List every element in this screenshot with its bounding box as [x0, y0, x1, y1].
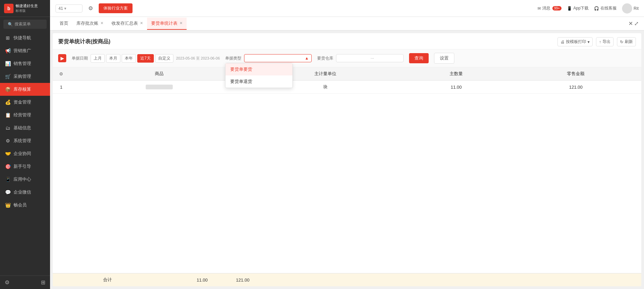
refresh-icon: ↻ [620, 40, 623, 44]
guide-icon: 🎯 [5, 163, 11, 170]
footer-total-label: 合计 [74, 277, 141, 283]
store-selector[interactable]: 41 ▾ [55, 4, 82, 13]
promo-button[interactable]: 体验行业方案 [99, 3, 133, 13]
user-profile[interactable]: Rit [622, 3, 639, 14]
order-type-dropdown-popup: 要货单要货 要货单退货 [225, 63, 293, 88]
operations-icon: 📋 [5, 112, 11, 118]
app-download-label: App下载 [573, 5, 589, 11]
print-icon: 🖨 [560, 40, 565, 44]
store-number: 41 [58, 6, 63, 11]
sidebar-item-label: 基础信息 [14, 125, 31, 131]
curr-year-btn[interactable]: 本年 [122, 54, 136, 63]
sidebar-item-wechat[interactable]: 💬 企业微信 [0, 186, 50, 199]
sidebar-item-inventory[interactable]: 📦 库存核算 [0, 83, 50, 96]
tab-home[interactable]: 首页 [55, 18, 72, 30]
warehouse-selector[interactable]: ··· [336, 54, 404, 62]
tab-order-summary-close[interactable]: ✕ [180, 21, 183, 25]
sidebar-item-label: 系统管理 [14, 138, 31, 144]
sidebar-item-guide[interactable]: 🎯 新手引导 [0, 160, 50, 173]
tab-batch-account-label: 库存批次账 [76, 20, 98, 26]
user-avatar [622, 3, 632, 14]
tab-receipt-summary[interactable]: 收发存汇总表 ✕ [108, 18, 147, 30]
sidebar-item-quick-nav[interactable]: ⊞ 快捷导航 [0, 31, 50, 44]
dropdown-chevron-icon: ▲ [305, 56, 309, 61]
sidebar-item-finance[interactable]: 💰 资金管理 [0, 96, 50, 109]
date-buttons: 上月 本月 本年 近7天 自定义 [91, 54, 173, 63]
marketing-icon: 📢 [5, 48, 11, 54]
week-btn-label: 近7天 [140, 56, 151, 61]
sidebar-item-system[interactable]: ⚙ 系统管理 [0, 134, 50, 147]
top-header: 41 ▾ ⚙ 体验行业方案 ✉ 消息 99+ 📱 App下载 🎧 在线客服 R [50, 0, 644, 17]
tabs-bar: 首页 库存批次账 ✕ 收发存汇总表 ✕ 要货单统计表 ✕ ✕ ⤢ [50, 17, 644, 30]
online-service-item[interactable]: 🎧 在线客服 [594, 5, 617, 11]
collapse-icon[interactable]: ⊞ [41, 279, 45, 286]
sidebar-nav: ⊞ 快捷导航 📢 营销推广 📊 销售管理 🛒 采购管理 📦 库存核算 💰 资金管… [0, 31, 50, 275]
tab-order-summary[interactable]: 要货单统计表 ✕ [147, 18, 187, 30]
order-type-selector[interactable]: ▲ [244, 54, 312, 62]
quick-nav-icon: ⊞ [5, 35, 11, 41]
tabs-expand-icon[interactable]: ⤢ [634, 20, 639, 27]
sidebar-item-label: 新手引导 [14, 163, 31, 170]
query-button[interactable]: 查询 [409, 53, 429, 63]
refresh-button[interactable]: ↻ 刷新 [617, 37, 636, 46]
tabs-close-all-icon[interactable]: ✕ [628, 20, 633, 27]
app-download-item[interactable]: 📱 App下载 [567, 5, 589, 11]
sidebar-footer: ⚙ ⊞ [0, 275, 50, 289]
curr-month-btn[interactable]: 本月 [106, 54, 120, 63]
sidebar-item-sales[interactable]: 📊 销售管理 [0, 57, 50, 70]
table-area: ⚙ 商品 主计量单位 主数量 零售金额 1 块 11.00 [53, 67, 641, 273]
logo-icon: b [4, 4, 14, 13]
tab-batch-account[interactable]: 库存批次账 ✕ [72, 18, 108, 30]
header-settings-icon[interactable]: ⚙ [86, 4, 95, 13]
main-area: 41 ▾ ⚙ 体验行业方案 ✉ 消息 99+ 📱 App下载 🎧 在线客服 R [50, 0, 644, 289]
sidebar-item-label: 资金管理 [14, 99, 31, 105]
table-header-row: ⚙ 商品 主计量单位 主数量 零售金额 [53, 67, 641, 81]
message-icon: ✉ [538, 6, 541, 11]
warehouse-filter-group: 要货仓库 ··· [317, 54, 404, 62]
custom-btn[interactable]: 自定义 [155, 54, 173, 63]
week-btn[interactable]: 近7天 [137, 54, 154, 63]
sidebar-item-purchase[interactable]: 🛒 采购管理 [0, 70, 50, 83]
sidebar-item-enterprise[interactable]: 🤝 企业协同 [0, 147, 50, 160]
print-label: 按模板打印 [566, 39, 586, 45]
footer-amount: 121.00 [222, 277, 263, 283]
order-type-input[interactable] [247, 56, 305, 61]
more-dots-icon: ··· [371, 56, 401, 61]
print-chevron-icon: ▾ [588, 40, 590, 44]
settings-button[interactable]: 设置 [434, 53, 454, 64]
page-header: 要货单统计表(按商品) 🖨 按模板打印 ▾ ↑ 导出 ↻ 刷新 [53, 33, 641, 49]
row-quantity: 11.00 [402, 81, 510, 94]
search-icon: 🔍 [8, 22, 13, 27]
sidebar-item-marketing[interactable]: 📢 营销推广 [0, 44, 50, 57]
export-button[interactable]: ↑ 导出 [596, 37, 614, 46]
sidebar-item-basic-info[interactable]: 🗂 基础信息 [0, 121, 50, 134]
tab-receipt-summary-close[interactable]: ✕ [140, 21, 143, 25]
page-actions: 🖨 按模板打印 ▾ ↑ 导出 ↻ 刷新 [557, 37, 636, 46]
order-type-label: 单据类型 [225, 55, 241, 61]
search-menu[interactable]: 🔍 搜索菜单 [3, 20, 47, 29]
filter-expand-button[interactable]: ▶ [58, 54, 66, 62]
print-button[interactable]: 🖨 按模板打印 ▾ [557, 37, 593, 46]
search-menu-label: 搜索菜单 [15, 21, 31, 27]
sidebar-item-app-center[interactable]: 📱 应用中心 [0, 173, 50, 186]
dropdown-item-order[interactable]: 要货单要货 [225, 63, 292, 75]
col-product: 商品 [70, 67, 249, 81]
tab-order-summary-label: 要货单统计表 [151, 20, 177, 26]
message-item[interactable]: ✉ 消息 99+ [538, 5, 562, 11]
header-left: 41 ▾ ⚙ 体验行业方案 [55, 3, 133, 13]
table-footer: 合计 11.00 121.00 [53, 273, 641, 286]
dropdown-item-return[interactable]: 要货单退货 [225, 75, 292, 88]
prev-month-btn[interactable]: 上月 [91, 54, 105, 63]
footer-quantity: 11.00 [182, 277, 222, 283]
col-settings[interactable]: ⚙ [53, 67, 70, 81]
system-icon: ⚙ [5, 138, 11, 144]
tab-batch-account-close[interactable]: ✕ [100, 21, 103, 25]
filter-row: ▶ 单据日期 上月 本月 本年 近7天 自定义 2023-05-06 至 202… [53, 49, 641, 67]
tab-home-label: 首页 [59, 20, 68, 26]
data-table: ⚙ 商品 主计量单位 主数量 零售金额 1 块 11.00 [53, 67, 641, 94]
row-seq: 1 [53, 81, 70, 94]
sidebar-item-operations[interactable]: 📋 经营管理 [0, 109, 50, 121]
sidebar-item-member[interactable]: 👑 畅会员 [0, 199, 50, 212]
tabs-actions: ✕ ⤢ [628, 20, 639, 27]
settings-gear-icon[interactable]: ⚙ [5, 279, 9, 286]
